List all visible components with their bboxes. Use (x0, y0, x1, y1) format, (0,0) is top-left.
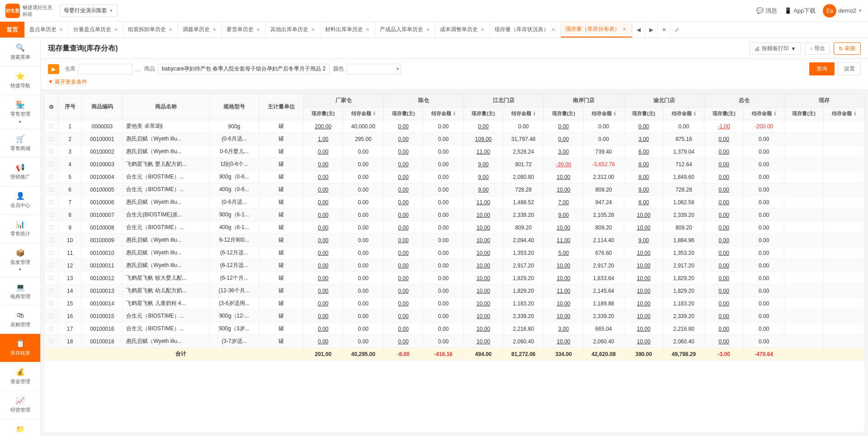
yubei-stock[interactable]: 9.00 (624, 183, 663, 196)
factory-stock[interactable]: 0.00 (303, 297, 343, 310)
factory-stock[interactable]: 0.00 (303, 323, 343, 335)
jiangbei-stock[interactable]: 11.00 (463, 145, 503, 158)
info-icon[interactable]: ℹ (614, 111, 616, 116)
sidebar-item-ecom[interactable]: 💻 电商管理 (0, 277, 40, 306)
tab-product-inbound[interactable]: 产成品入库单历史 ✕ (375, 22, 435, 38)
tab-prev-btn[interactable]: ◀ (632, 22, 645, 38)
col-settings-cell[interactable]: ☐ (45, 234, 58, 247)
message-btn[interactable]: 💬 消息 (756, 7, 777, 15)
col-settings-cell[interactable]: ☐ (45, 196, 58, 209)
total-stock[interactable]: 0.00 (704, 171, 744, 183)
info-icon[interactable]: ℹ (774, 111, 776, 116)
total-stock[interactable]: 0.00 (704, 234, 744, 247)
yubei-stock[interactable]: 8.00 (624, 171, 663, 183)
tab-close-icon[interactable]: ✕ (310, 26, 316, 33)
jiangbei-stock[interactable]: 10.00 (463, 323, 503, 335)
yubei-stock[interactable]: 10.00 (624, 310, 663, 323)
sidebar-item-ops[interactable]: 📈 经营管理 (0, 391, 40, 419)
jiangbei-stock[interactable]: 9.00 (463, 158, 503, 171)
jiangbei-stock[interactable]: 0.00 (463, 120, 503, 133)
jiangbei-stock[interactable]: 10.00 (463, 247, 503, 259)
jiangbei-stock[interactable]: 10.00 (463, 285, 503, 297)
factory-stock[interactable]: 0.00 (303, 247, 343, 259)
total-stock[interactable]: 0.00 (704, 272, 744, 285)
total-stock[interactable]: -1.00 (704, 120, 744, 133)
total-stock[interactable]: 0.00 (704, 285, 744, 297)
sidebar-item-retail-mgmt[interactable]: 🏪 零售管理 ▲ (0, 95, 40, 129)
tab-close-icon[interactable]: ✕ (212, 26, 217, 33)
info-icon[interactable]: ℹ (854, 111, 856, 116)
yubei-stock[interactable]: 6.00 (624, 145, 663, 158)
factory-stock[interactable]: 0.00 (303, 310, 343, 323)
chenlan-stock[interactable]: 0.00 (384, 158, 423, 171)
jiangbei-stock[interactable]: 10.00 (463, 234, 503, 247)
factory-stock[interactable]: 0.00 (303, 259, 343, 272)
total-stock[interactable]: 0.00 (704, 196, 744, 209)
tab-inventory-count[interactable]: 盘点单历史 ✕ (25, 22, 69, 38)
factory-stock[interactable]: 0.00 (303, 221, 343, 234)
yubei-stock[interactable]: 10.00 (624, 285, 663, 297)
chenlan-stock[interactable]: 0.00 (384, 234, 423, 247)
info-icon[interactable]: ℹ (453, 111, 455, 116)
tab-assembly[interactable]: 组装拆卸单历史 ✕ (123, 22, 178, 38)
nanan-stock[interactable]: 0.00 (544, 133, 583, 145)
info-icon[interactable]: ℹ (694, 111, 696, 116)
sidebar-item-inventory[interactable]: 📋 库存核算 (0, 334, 40, 362)
col-settings-cell[interactable]: ☐ (45, 145, 58, 158)
total-stock[interactable]: 0.00 (704, 323, 744, 335)
col-settings-cell[interactable]: ☐ (45, 120, 58, 133)
tab-close-icon[interactable]: ✕ (58, 26, 64, 33)
col-settings-cell[interactable]: ☐ (45, 133, 58, 145)
factory-stock[interactable]: 0.00 (303, 272, 343, 285)
tab-close-icon[interactable]: ✕ (255, 26, 261, 33)
col-settings-header[interactable]: ⚙ (45, 94, 58, 120)
yubei-stock[interactable]: 10.00 (624, 335, 663, 348)
factory-stock[interactable]: 1.00 (303, 133, 343, 145)
filter-expand-btn[interactable]: ▶ (48, 64, 59, 74)
tab-cost-adjust[interactable]: 成本调整单历史 ✕ (435, 22, 490, 38)
total-stock[interactable]: 0.00 (704, 297, 744, 310)
sidebar-item-search[interactable]: 🔍 搜索英单 (0, 38, 40, 66)
chenlan-stock[interactable]: 0.00 (384, 145, 423, 158)
factory-stock[interactable]: 0.00 (303, 196, 343, 209)
nanan-stock[interactable]: 10.00 (544, 297, 583, 310)
nanan-stock[interactable]: 10.00 (544, 272, 583, 285)
ellipsis-icon[interactable]: ... (135, 66, 141, 73)
tab-home[interactable]: 首页 (0, 22, 25, 38)
chenlan-stock[interactable]: 0.00 (384, 272, 423, 285)
col-settings-cell[interactable]: ☐ (45, 209, 58, 221)
tab-close-icon[interactable]: ✕ (168, 26, 173, 33)
nanan-stock[interactable]: 11.00 (544, 285, 583, 297)
factory-stock[interactable]: 0.00 (303, 158, 343, 171)
jiangbei-stock[interactable]: 10.00 (463, 310, 503, 323)
col-settings-cell[interactable]: ☐ (45, 171, 58, 183)
col-settings-cell[interactable]: ☐ (45, 183, 58, 196)
tab-purchase-order[interactable]: 要货单历史 ✕ (222, 22, 266, 38)
yubei-stock[interactable]: 10.00 (624, 272, 663, 285)
factory-stock[interactable]: 200.00 (303, 120, 343, 133)
tab-stock-dist[interactable]: 现存量（库存分布表） ✕ (561, 22, 632, 38)
sidebar-item-basic[interactable]: 📁 基础信息 (0, 419, 40, 436)
col-settings-cell[interactable]: ☐ (45, 272, 58, 285)
factory-stock[interactable]: 0.00 (303, 171, 343, 183)
jiangbei-stock[interactable]: 10.00 (463, 221, 503, 234)
user-menu[interactable]: Ea demo2 ▼ (823, 4, 863, 18)
total-stock[interactable]: 0.00 (704, 310, 744, 323)
sidebar-item-wholesale[interactable]: 📦 批发管理 ▼ (0, 243, 40, 277)
col-settings-cell[interactable]: ☐ (45, 247, 58, 259)
jiangbei-stock[interactable]: 9.00 (463, 183, 503, 196)
chenlan-stock[interactable]: 0.00 (384, 196, 423, 209)
nanan-stock[interactable]: 9.00 (544, 209, 583, 221)
nanan-stock[interactable]: 3.00 (544, 145, 583, 158)
tab-sub-inventory[interactable]: 分量盘点单历史 ✕ (69, 22, 123, 38)
yubei-stock[interactable]: 10.00 (624, 209, 663, 221)
info-icon[interactable]: ℹ (373, 111, 375, 116)
yubei-stock[interactable]: 8.00 (624, 196, 663, 209)
tab-material-outbound[interactable]: 材料出库单历史 ✕ (321, 22, 375, 38)
tab-other-outbound[interactable]: 其他出库单历史 ✕ (266, 22, 321, 38)
jiangbei-stock[interactable]: 11.00 (463, 196, 503, 209)
factory-stock[interactable]: 0.00 (303, 234, 343, 247)
factory-stock[interactable]: 0.00 (303, 183, 343, 196)
total-stock[interactable]: 0.00 (704, 335, 744, 348)
tab-expand-btn[interactable]: ⤢ (670, 22, 683, 38)
